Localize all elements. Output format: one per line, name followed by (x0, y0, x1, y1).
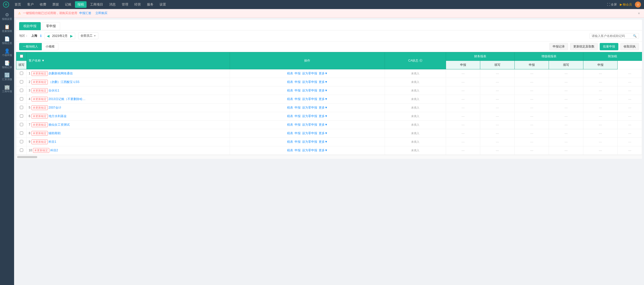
op-link[interactable]: 税表 (287, 140, 293, 144)
op-more-link[interactable]: 更多▼ (319, 89, 328, 92)
row-checkbox-5[interactable] (20, 114, 23, 118)
row-checkbox-6[interactable] (20, 123, 23, 126)
row-checkbox-1[interactable] (20, 80, 23, 83)
ca-info-icon[interactable]: ⓒ (419, 59, 422, 62)
banner-link-record[interactable]: 申报汇签 (79, 11, 91, 15)
sidebar-item-tax-overview[interactable]: 📄 报税总览 (1, 35, 13, 46)
row-checkbox-0[interactable] (20, 72, 23, 75)
sidebar-item-tax-record[interactable]: 📑 报税记录 (1, 59, 13, 70)
op-more-link[interactable]: 更多▼ (319, 80, 328, 84)
op-link[interactable]: 税表 (287, 72, 293, 75)
op-link[interactable]: 设为零申报 (302, 72, 317, 75)
op-more-link[interactable]: 更多▼ (319, 106, 328, 109)
nav-accounting[interactable]: 记账 (62, 1, 74, 8)
op-link[interactable]: 税表 (287, 80, 293, 84)
op-link[interactable]: 申报 (295, 149, 301, 152)
search-input[interactable] (592, 34, 632, 38)
sidebar-item-tax-settings[interactable]: ⚙ 报税设置 (1, 11, 13, 22)
nav-business[interactable]: 工商项目 (88, 1, 106, 8)
nav-message[interactable]: 消息 (107, 1, 118, 8)
tab-tax-declaration[interactable]: 税款申报 (19, 22, 41, 30)
client-name[interactable]: 地方水利基金 (49, 114, 67, 118)
client-name[interactable]: 2007会计 (49, 106, 61, 109)
fullscreen-btn[interactable]: ⛶ 全屏 (607, 3, 617, 7)
op-link[interactable]: 申报 (295, 131, 301, 135)
row-checkbox-2[interactable] (20, 89, 23, 92)
row-checkbox-4[interactable] (20, 106, 23, 109)
nav-manage[interactable]: 管理 (119, 1, 131, 8)
sidebar-item-batch-tax[interactable]: 📋 批量报税 (1, 23, 13, 34)
horizontal-scrollbar[interactable] (17, 156, 37, 158)
batch-declare-button[interactable]: 批量申报 (600, 43, 618, 50)
sidebar-item-annual-calc[interactable]: 🔢 汇算清缴 (1, 71, 13, 82)
op-link[interactable]: 申报 (295, 80, 301, 84)
client-name[interactable]: 2013日记账（不要删除哈… (49, 97, 86, 101)
op-link[interactable]: 设为零申报 (302, 106, 317, 109)
sort-icon[interactable]: ▼ (42, 59, 45, 62)
row-checkbox-8[interactable] (20, 140, 23, 143)
sidebar-item-personal-tax[interactable]: 👤 个税申报 (1, 47, 13, 58)
op-more-link[interactable]: 更多▼ (319, 72, 328, 75)
nav-settings[interactable]: 设置 (157, 1, 169, 8)
op-link[interactable]: 申报 (295, 106, 301, 109)
client-name[interactable]: （勿删）江西酸宝-LSS (49, 80, 79, 84)
client-name[interactable]: 科目2 (50, 149, 58, 152)
nav-operation[interactable]: 经营 (132, 1, 143, 8)
update-fetch-button[interactable]: 更新统定及取数 (570, 43, 598, 50)
row-checkbox-7[interactable] (20, 131, 23, 135)
tab-general-taxpayer[interactable]: 一般纳税人 (19, 43, 42, 50)
info-icon[interactable]: ℹ (40, 34, 42, 38)
op-link[interactable]: 申报 (295, 89, 301, 92)
op-link[interactable]: 设为零申报 (302, 80, 317, 84)
vip-btn[interactable]: ▶ 畅会员 (620, 3, 632, 7)
client-name[interactable]: 合伙社1 (49, 89, 59, 92)
nav-charge[interactable]: 收费 (37, 1, 49, 8)
user-avatar[interactable]: U (635, 2, 641, 8)
op-more-link[interactable]: 更多▼ (319, 97, 328, 101)
op-link[interactable]: 申报 (295, 114, 301, 118)
nav-invoice[interactable]: 票据 (50, 1, 61, 8)
op-link[interactable]: 税表 (287, 106, 293, 109)
op-link[interactable]: 税表 (287, 89, 293, 92)
client-name[interactable]: 辅助期初 (49, 131, 61, 135)
search-icon[interactable]: 🔍 (633, 34, 637, 38)
op-link[interactable]: 税表 (287, 114, 293, 118)
nav-home[interactable]: 首页 (12, 1, 24, 8)
nav-customer[interactable]: 客户 (25, 1, 36, 8)
op-link[interactable]: 设为零申报 (302, 131, 317, 135)
op-link[interactable]: 税表 (287, 131, 293, 135)
sidebar-item-annual-report[interactable]: 🏢 工商年报 (1, 83, 13, 94)
banner-close-button[interactable]: × (638, 11, 640, 15)
op-link[interactable]: 申报 (295, 97, 301, 101)
op-link[interactable]: 设为零申报 (302, 114, 317, 118)
op-link[interactable]: 设为零申报 (302, 123, 317, 126)
client-name[interactable]: 杨仙女工资测试 (49, 123, 70, 126)
row-checkbox-3[interactable] (20, 97, 23, 101)
op-more-link[interactable]: 更多▼ (319, 123, 328, 126)
op-more-link[interactable]: 更多▼ (319, 149, 328, 152)
nav-tax[interactable]: 报税 (75, 1, 87, 8)
op-more-link[interactable]: 更多▼ (319, 140, 328, 144)
client-name[interactable]: 勿删新税网络通信 (49, 72, 73, 75)
op-link[interactable]: 税表 (287, 149, 293, 152)
next-month-button[interactable]: ▶ (70, 34, 73, 38)
row-checkbox-9[interactable] (20, 149, 23, 152)
tab-zero-declaration[interactable]: 零申报 (42, 22, 60, 30)
op-link[interactable]: 申报 (295, 140, 301, 144)
retrieve-receipt-button[interactable]: 收取回执 (620, 43, 639, 50)
op-link[interactable]: 设为零申报 (302, 97, 317, 101)
op-link[interactable]: 税表 (287, 97, 293, 101)
nav-service[interactable]: 服务 (144, 1, 156, 8)
op-more-link[interactable]: 更多▼ (319, 131, 328, 135)
op-link[interactable]: 税表 (287, 123, 293, 126)
declaration-record-button[interactable]: 申报记录 (549, 43, 568, 50)
op-link[interactable]: 设为零申报 (302, 140, 317, 144)
tab-small-scale[interactable]: 小规模 (42, 43, 58, 50)
department-select[interactable]: 全部员工 ▼ (78, 32, 98, 39)
client-name[interactable]: 科目1 (49, 140, 56, 144)
op-link[interactable]: 设为零申报 (302, 89, 317, 92)
prev-month-button[interactable]: ◀ (47, 34, 50, 38)
op-link[interactable]: 设为零申报 (302, 149, 317, 152)
op-more-link[interactable]: 更多▼ (319, 114, 328, 118)
op-link[interactable]: 申报 (295, 72, 301, 75)
